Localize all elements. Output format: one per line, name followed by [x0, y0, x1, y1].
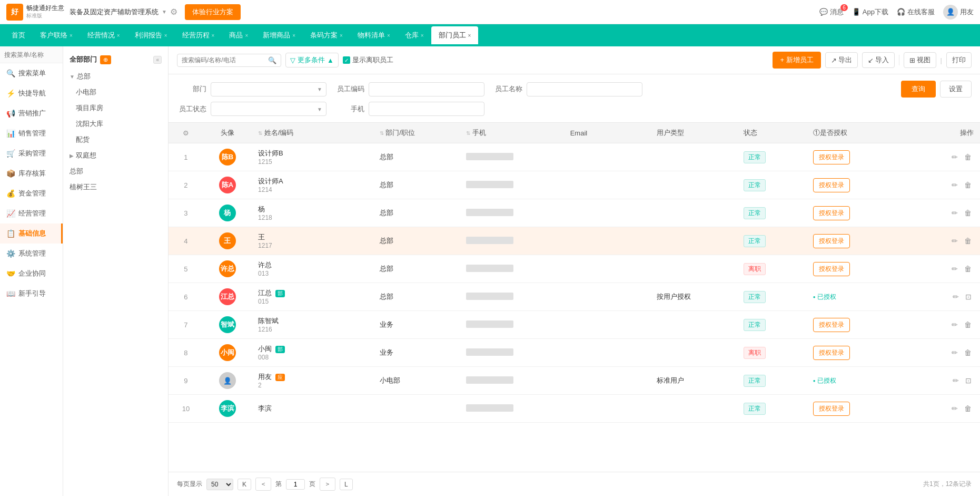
edit-button[interactable]: ✏	[951, 291, 961, 302]
th-phone[interactable]: ⇅ 手机	[460, 123, 564, 143]
system-dropdown-icon[interactable]: ▼	[162, 9, 167, 15]
tab-home[interactable]: 首页	[4, 26, 33, 44]
dept-node-shuangting[interactable]: ▶ 双庭想	[63, 148, 168, 163]
sidebar-item-ops[interactable]: 📈经营管理	[0, 203, 63, 223]
auth-button[interactable]: 授权登录	[813, 206, 850, 220]
tab-goods[interactable]: 商品×	[222, 26, 255, 44]
tab-add-goods[interactable]: 新增商品×	[255, 26, 303, 44]
tab-close-goods[interactable]: ×	[245, 33, 248, 38]
delete-button[interactable]: ⊡	[963, 375, 974, 386]
dept-add-btn[interactable]: ⊕	[100, 55, 111, 64]
edit-button[interactable]: ✏	[949, 403, 960, 414]
dept-collapse-btn[interactable]: «	[153, 56, 162, 64]
export-button[interactable]: ↗ 导出	[825, 52, 858, 68]
delete-button[interactable]: 🗑	[962, 208, 974, 218]
tab-close-barcode[interactable]: ×	[340, 33, 343, 38]
tab-barcode[interactable]: 条码方案×	[303, 26, 350, 44]
tab-history[interactable]: 经营历程×	[175, 26, 222, 44]
delete-button[interactable]: 🗑	[962, 236, 974, 246]
dept-node-head[interactable]: ▼ 总部	[63, 69, 168, 84]
dept-node-zhishu[interactable]: 植树王三	[63, 179, 168, 195]
per-page-select[interactable]: 50 20 100	[206, 479, 233, 490]
page-prev-btn[interactable]: ＜	[255, 478, 271, 491]
sidebar-item-search[interactable]: 🔍搜索菜单	[0, 63, 63, 83]
dept-node-zongbu[interactable]: 总部	[63, 163, 168, 179]
online-service-btn[interactable]: 🎧 在线客服	[897, 7, 935, 17]
edit-button[interactable]: ✏	[949, 180, 960, 190]
filter-status-select[interactable]: 正常 离职	[211, 102, 326, 116]
delete-button[interactable]: ⊡	[963, 291, 974, 302]
sidebar-search-input[interactable]	[4, 51, 63, 59]
view-button[interactable]: ⊞ 视图	[904, 52, 936, 68]
page-first-btn[interactable]: K	[237, 479, 251, 490]
tab-bom[interactable]: 物料清单×	[350, 26, 398, 44]
tab-customer[interactable]: 客户联络×	[33, 26, 80, 44]
tab-warehouse[interactable]: 仓库×	[398, 26, 431, 44]
delete-button[interactable]: 🗑	[962, 403, 974, 414]
filter-emp-name-input[interactable]	[527, 82, 642, 96]
tab-close-business[interactable]: ×	[117, 33, 120, 38]
dept-node-child-peihou[interactable]: 配货	[63, 132, 168, 148]
delete-button[interactable]: 🗑	[962, 152, 974, 162]
dept-node-child-project[interactable]: 项目库房	[63, 100, 168, 116]
sidebar-item-finance[interactable]: 💰资金管理	[0, 183, 63, 203]
th-dept[interactable]: ⇅ 部门/职位	[373, 123, 460, 143]
auth-button[interactable]: 授权登录	[813, 262, 850, 276]
tab-close-warehouse[interactable]: ×	[421, 33, 424, 38]
sidebar-item-basic[interactable]: 📋基础信息	[0, 223, 63, 244]
filter-emp-code-input[interactable]	[369, 82, 484, 96]
sidebar-item-collab[interactable]: 🤝企业协同	[0, 264, 63, 284]
auth-button[interactable]: 授权登录	[813, 402, 850, 416]
edit-button[interactable]: ✏	[949, 319, 960, 330]
dept-all-label[interactable]: 全部部门	[70, 55, 97, 64]
page-input[interactable]	[286, 479, 305, 490]
edit-button[interactable]: ✏	[949, 347, 960, 358]
import-button[interactable]: ↙ 导入	[862, 52, 895, 68]
message-btn[interactable]: 💬 消息 6	[819, 7, 844, 17]
tab-business[interactable]: 经营情况×	[80, 26, 127, 44]
filter-dept-select[interactable]: 总部 小电部 业务	[211, 82, 326, 96]
set-button[interactable]: 设置	[940, 81, 972, 98]
tab-close-employees[interactable]: ×	[468, 33, 471, 38]
tab-close-history[interactable]: ×	[212, 33, 215, 38]
page-next-btn[interactable]: ＞	[320, 478, 335, 491]
tab-employees[interactable]: 部门员工×	[431, 26, 479, 44]
tab-close-profit[interactable]: ×	[164, 33, 167, 38]
delete-button[interactable]: 🗑	[962, 319, 974, 330]
th-settings[interactable]: ⚙	[169, 123, 203, 143]
show-resigned-toggle[interactable]: ✓ 显示离职员工	[343, 55, 393, 65]
search-input[interactable]	[182, 56, 266, 64]
auth-button[interactable]: 授权登录	[813, 150, 850, 164]
edit-button[interactable]: ✏	[949, 152, 960, 162]
auth-button[interactable]: 授权登录	[813, 234, 850, 248]
th-name[interactable]: ⇅ 姓名/编码	[252, 123, 373, 143]
delete-button[interactable]: 🗑	[962, 180, 974, 190]
dept-node-child-xiaodian[interactable]: 小电部	[63, 84, 168, 100]
dept-node-child-shenyang[interactable]: 沈阳大库	[63, 116, 168, 132]
sidebar-item-inventory[interactable]: 📦库存核算	[0, 163, 63, 183]
tab-profit[interactable]: 利润报告×	[127, 26, 175, 44]
tab-close-customer[interactable]: ×	[70, 33, 73, 38]
user-btn[interactable]: 👤 用友	[943, 5, 974, 20]
auth-button[interactable]: 授权登录	[813, 346, 850, 360]
edit-button[interactable]: ✏	[949, 236, 960, 246]
auth-button[interactable]: 授权登录	[813, 178, 850, 192]
sidebar-item-nav[interactable]: ⚡快捷导航	[0, 83, 63, 103]
filter-phone-input[interactable]	[369, 102, 484, 116]
add-employee-button[interactable]: + 新增员工	[773, 52, 820, 69]
page-last-btn[interactable]: L	[340, 479, 353, 490]
edit-button[interactable]: ✏	[949, 264, 960, 274]
tab-close-bom[interactable]: ×	[387, 33, 390, 38]
edit-button[interactable]: ✏	[949, 208, 960, 218]
auth-button[interactable]: 授权登录	[813, 318, 850, 332]
more-conditions-btn[interactable]: ▽ 更多条件 ▲	[285, 53, 339, 67]
sidebar-item-guide[interactable]: 📖新手引导	[0, 284, 63, 304]
gear-icon[interactable]: ⚙	[170, 7, 177, 17]
query-button[interactable]: 查询	[901, 81, 936, 98]
delete-button[interactable]: 🗑	[962, 347, 974, 358]
sidebar-item-sales[interactable]: 📊销售管理	[0, 123, 63, 143]
app-download-btn[interactable]: 📱 App下载	[852, 7, 888, 17]
sidebar-item-marketing[interactable]: 📢营销推广	[0, 103, 63, 123]
delete-button[interactable]: 🗑	[962, 264, 974, 274]
edit-button[interactable]: ✏	[951, 375, 961, 386]
